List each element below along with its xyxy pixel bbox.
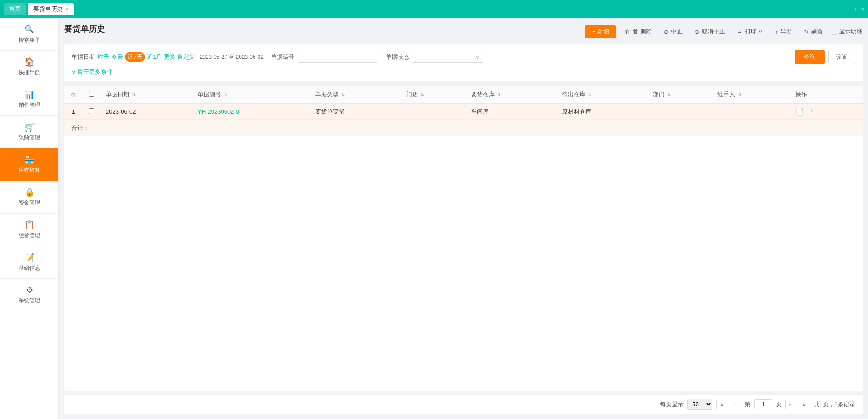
edit-action-icon[interactable]: 📄 xyxy=(795,108,804,115)
table-footer: 合计： xyxy=(64,120,863,136)
date-shortcuts: 昨天 今天 近7天 近1月 更多 自定义 xyxy=(98,52,195,62)
print-label: 打印 ∨ xyxy=(745,28,764,36)
date-today[interactable]: 今天 xyxy=(111,53,123,61)
col-order-no-label: 单据编号 xyxy=(198,91,221,98)
page-size-select[interactable]: 50 100 200 xyxy=(687,399,712,410)
col-req-warehouse-sort-icon[interactable]: ⇅ xyxy=(497,92,500,97)
sidebar-item-sales-mgmt[interactable]: 📊 销售管理 xyxy=(0,83,58,116)
print-button[interactable]: 🖨 打印 ∨ xyxy=(733,26,767,38)
sidebar-item-finance-mgmt[interactable]: 🔒 资金管理 xyxy=(0,181,58,214)
cell-action: 📄 ⋮ xyxy=(790,104,863,120)
cancel-stop-icon: ⊙ xyxy=(694,29,699,35)
date-more[interactable]: 更多 xyxy=(164,53,175,61)
last-page-button[interactable]: » xyxy=(799,400,810,409)
date-1month[interactable]: 近1月 xyxy=(147,53,162,61)
col-store-sort-icon[interactable]: ⇅ xyxy=(420,92,424,97)
page-number-input[interactable] xyxy=(754,399,772,409)
col-date-sort-icon[interactable]: ⇅ xyxy=(132,92,136,97)
refresh-label: 刷新 xyxy=(811,28,823,36)
sidebar-item-system-mgmt-label: 系统管理 xyxy=(19,297,40,305)
sidebar-item-operations-mgmt-label: 经营管理 xyxy=(19,232,40,239)
search-menu-icon: 🔍 xyxy=(24,24,34,34)
print-icon: 🖨 xyxy=(737,29,743,35)
order-no-filter: 单据编号 xyxy=(271,52,378,63)
refresh-button[interactable]: ↻ 刷新 xyxy=(800,26,826,38)
tab-home[interactable]: 首页 xyxy=(4,3,26,15)
delete-button[interactable]: 🗑 🗑 删除 xyxy=(621,26,656,38)
col-dept-sort-icon[interactable]: ⇅ xyxy=(667,92,671,97)
query-button[interactable]: 查询 xyxy=(795,50,825,64)
cell-dept xyxy=(647,104,712,120)
date-range-display: 2023-05-27 至 2023-06-02 xyxy=(199,53,263,61)
col-order-no-sort-icon[interactable]: ⇅ xyxy=(224,92,227,97)
col-pending-warehouse-sort-icon[interactable]: ⇅ xyxy=(588,92,591,97)
select-all-checkbox[interactable] xyxy=(89,91,94,97)
data-table: ⚙ 单据日期 ⇅ 单据编号 ⇅ xyxy=(64,86,863,120)
stop-icon: ⊙ xyxy=(664,29,669,35)
col-pending-warehouse-label: 待出仓库 xyxy=(562,91,585,98)
cancel-stop-label: 取消中止 xyxy=(702,28,725,36)
col-action: 操作 xyxy=(790,86,863,104)
sidebar-item-inventory-label: 库存核算 xyxy=(19,167,40,174)
stop-button[interactable]: ⊙ 中止 xyxy=(660,26,686,38)
minimize-button[interactable]: — xyxy=(841,6,847,13)
sidebar-item-operations-mgmt[interactable]: 📋 经营管理 xyxy=(0,214,58,246)
cell-date: 2023-06-02 xyxy=(100,104,192,120)
col-checkbox xyxy=(82,86,100,104)
date-7days[interactable]: 近7天 xyxy=(125,52,145,62)
sidebar-item-system-mgmt[interactable]: ⚙ 系统管理 xyxy=(0,279,58,311)
pagination: 每页显示 50 100 200 « ‹ 第 页 › » 共1页，1条记录 xyxy=(64,395,863,414)
close-button[interactable]: × xyxy=(861,6,864,13)
sales-mgmt-icon: 📊 xyxy=(24,90,34,100)
maximize-button[interactable]: □ xyxy=(852,6,856,13)
more-action-icon[interactable]: ⋮ xyxy=(808,108,815,115)
order-no-input[interactable] xyxy=(297,52,378,63)
col-handler-sort-icon[interactable]: ⇅ xyxy=(738,92,741,97)
col-req-warehouse-label: 要货仓库 xyxy=(471,91,495,98)
col-type-sort-icon[interactable]: ⇅ xyxy=(341,92,345,97)
tab-requisition-history[interactable]: 要货单历史 × xyxy=(28,3,74,15)
table-container: ⚙ 单据日期 ⇅ 单据编号 ⇅ xyxy=(64,86,863,391)
export-button[interactable]: ↑ 导出 xyxy=(772,26,796,38)
filter-panel: 单据日期 昨天 今天 近7天 近1月 更多 自定义 2023-05-27 至 2… xyxy=(64,44,863,81)
order-status-filter: 单据状态 ∨ xyxy=(386,52,484,63)
expand-conditions-button[interactable]: ∨ 展开更多条件 xyxy=(71,68,855,76)
cell-checkbox xyxy=(82,104,100,120)
col-order-no: 单据编号 ⇅ xyxy=(192,86,310,104)
date-custom[interactable]: 自定义 xyxy=(177,53,195,61)
date-yesterday[interactable]: 昨天 xyxy=(98,53,109,61)
col-dept-label: 部门 xyxy=(653,91,665,98)
sidebar-item-basic-info[interactable]: 📝 基础信息 xyxy=(0,246,58,279)
stop-label: 中止 xyxy=(671,28,683,36)
sidebar-item-search-menu[interactable]: 🔍 搜索菜单 xyxy=(0,18,58,51)
settings-button[interactable]: 设置 xyxy=(828,50,855,64)
col-action-label: 操作 xyxy=(795,91,807,98)
prev-page-button[interactable]: ‹ xyxy=(731,400,741,409)
sidebar-item-quick-nav-label: 快捷导航 xyxy=(19,69,40,76)
sidebar-item-basic-info-label: 基础信息 xyxy=(19,264,40,272)
first-page-button[interactable]: « xyxy=(716,400,727,409)
inventory-icon: 🏪 xyxy=(24,155,34,165)
chevron-down-icon: ∨ xyxy=(476,54,480,61)
quick-nav-icon: 🏠 xyxy=(24,57,34,67)
order-no-link[interactable]: YH-20230602-0 xyxy=(198,108,239,115)
delete-icon: 🗑 xyxy=(624,29,630,35)
expand-icon: ∨ xyxy=(71,69,76,76)
sidebar-item-inventory[interactable]: 🏪 库存核算 xyxy=(0,148,58,181)
next-page-button[interactable]: › xyxy=(785,400,795,409)
settings-icon[interactable]: ⚙ xyxy=(71,91,76,98)
refresh-icon: ↻ xyxy=(804,29,809,35)
export-icon: ↑ xyxy=(775,29,778,35)
show-detail-label: 显示明细 xyxy=(839,28,863,36)
col-pending-warehouse: 待出仓库 ⇅ xyxy=(557,86,647,104)
tab-close-icon[interactable]: × xyxy=(66,6,68,12)
cancel-stop-button[interactable]: ⊙ 取消中止 xyxy=(691,26,729,38)
sidebar-item-purchase-mgmt-label: 采购管理 xyxy=(19,134,40,142)
new-button[interactable]: + 新增 xyxy=(585,25,616,38)
sidebar: 🔍 搜索菜单 🏠 快捷导航 📊 销售管理 🛒 采购管理 🏪 库存核算 🔒 资金管… xyxy=(0,18,59,419)
sidebar-item-purchase-mgmt[interactable]: 🛒 采购管理 xyxy=(0,116,58,148)
order-status-select[interactable]: ∨ xyxy=(412,52,484,63)
row-checkbox[interactable] xyxy=(89,108,94,114)
sidebar-item-quick-nav[interactable]: 🏠 快捷导航 xyxy=(0,51,58,83)
show-detail-checkbox[interactable] xyxy=(831,29,837,35)
